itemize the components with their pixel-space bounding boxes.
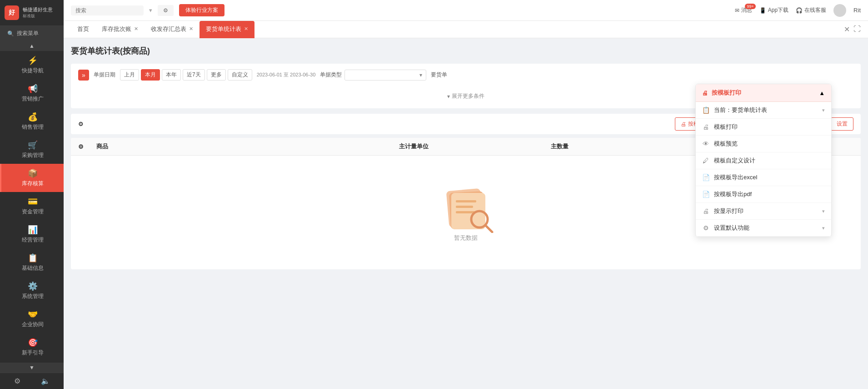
- dropdown-close-arrow[interactable]: ▲: [819, 90, 825, 96]
- template-design-icon: 🖊: [702, 157, 709, 164]
- dropdown-current-template[interactable]: 📋 当前：要货单统计表 ▾: [696, 102, 831, 119]
- sidebar-item-sales[interactable]: 💰 销售管理: [0, 107, 64, 136]
- quick-nav-label: 快捷导航: [22, 67, 44, 75]
- tab-order-summary[interactable]: 要货单统计表 ✕: [200, 21, 254, 38]
- date-btn-this-month[interactable]: 本月: [141, 69, 160, 81]
- empty-message: 暂无数据: [454, 234, 478, 242]
- basic-label: 基础信息: [22, 264, 44, 272]
- dropdown-display-print[interactable]: 🖨 按显示打印 ▾: [696, 203, 831, 220]
- tab-batch-close[interactable]: ✕: [134, 26, 138, 32]
- col-settings[interactable]: ⚙: [78, 143, 96, 150]
- online-service-label: 在线客服: [804, 6, 826, 14]
- collab-icon: 🤝: [28, 309, 38, 319]
- order-type-filter: 单据类型 ▾: [320, 70, 426, 81]
- export-excel-icon: 📄: [702, 174, 709, 181]
- sidebar-scroll-up[interactable]: ▲: [0, 41, 64, 51]
- date-btn-last-month[interactable]: 上月: [120, 69, 139, 81]
- display-print-label: 按显示打印: [714, 207, 743, 215]
- online-service-btn[interactable]: 🎧 在线客服: [796, 6, 826, 14]
- filter-expand-btn[interactable]: »: [78, 70, 89, 81]
- sidebar-item-marketing[interactable]: 📢 营销推广: [0, 79, 64, 107]
- sidebar-bottom: ⚙ 🔈: [0, 373, 64, 389]
- display-print-arrow: ▾: [822, 208, 825, 214]
- audio-btn[interactable]: 🔈: [41, 377, 50, 385]
- tab-order-label: 要货单统计表: [206, 25, 241, 33]
- trial-btn[interactable]: 体验行业方案: [179, 4, 224, 16]
- search-dropdown-arrow[interactable]: ▾: [149, 7, 152, 14]
- search-input[interactable]: [75, 7, 139, 14]
- order-type-arrow: ▾: [419, 72, 422, 78]
- dropdown-template-preview[interactable]: 👁 模板预览: [696, 136, 831, 152]
- system-label: 系统管理: [22, 293, 44, 300]
- template-design-label: 模板自定义设计: [714, 157, 755, 165]
- basic-icon: 📋: [28, 253, 38, 263]
- svg-rect-5: [456, 211, 475, 213]
- print-dropdown-icon: 🖨: [702, 90, 708, 96]
- avatar[interactable]: [833, 4, 846, 17]
- finance-icon: 💳: [28, 197, 38, 207]
- tab-collection-close[interactable]: ✕: [189, 26, 193, 32]
- dropdown-display-left: 🖨 按显示打印: [702, 207, 743, 215]
- dropdown-export-pdf[interactable]: 📄 按模板导出pdf: [696, 186, 831, 203]
- dropdown-default-func[interactable]: ⚙ 设置默认功能 ▾: [696, 220, 831, 237]
- collab-label: 企业协同: [22, 321, 44, 328]
- newbie-label: 新手引导: [22, 349, 44, 357]
- dropdown-template-design[interactable]: 🖊 模板自定义设计: [696, 152, 831, 169]
- page-content: 要货单统计表(按商品) » 单据日期 上月 本月 本年 近7天 更多 自定义 2…: [64, 38, 868, 389]
- tab-expand-btn[interactable]: ⛶: [853, 25, 861, 34]
- dropdown-header[interactable]: 🖨 按模板打印 ▲: [696, 84, 831, 102]
- app-logo: 好 畅捷通好生意 标准版: [0, 0, 64, 26]
- date-btn-7days[interactable]: 近7天: [183, 69, 205, 81]
- tab-batch-account[interactable]: 库存批次账 ✕: [95, 21, 145, 38]
- logo-icon: 好: [5, 5, 19, 20]
- sidebar-item-business[interactable]: 📊 经营管理: [0, 220, 64, 248]
- newbie-icon: 🎯: [28, 338, 38, 348]
- sidebar-item-collab[interactable]: 🤝 企业协同: [0, 305, 64, 333]
- sidebar-item-newbie[interactable]: 🎯 新手引导: [0, 333, 64, 361]
- sidebar-item-basic[interactable]: 📋 基础信息: [0, 248, 64, 277]
- inventory-label: 库存核算: [22, 180, 44, 187]
- settings-label: 设置: [837, 120, 848, 128]
- sidebar-item-inventory[interactable]: 📦 库存核算: [0, 164, 64, 192]
- purchase-label: 采购管理: [22, 152, 44, 159]
- expand-chevron-icon: ▾: [447, 93, 450, 100]
- order-type-select[interactable]: ▾: [344, 70, 426, 81]
- settings-btn[interactable]: 设置: [831, 117, 853, 131]
- date-buttons: 上月 本月 本年 近7天 更多 自定义: [120, 69, 252, 81]
- print-dropdown: 🖨 按模板打印 ▲ 📋 当前：要货单统计表 ▾ 🖨 模板打印 👁 模板预览: [695, 84, 832, 237]
- tab-collection-label: 收发存汇总表: [151, 25, 186, 33]
- sidebar-item-quick-nav[interactable]: ⚡ 快捷导航: [0, 51, 64, 79]
- app-download-btn[interactable]: 📱 App下载: [759, 6, 788, 14]
- marketing-label: 营销推广: [22, 95, 44, 103]
- sidebar-item-finance[interactable]: 💳 资金管理: [0, 192, 64, 220]
- table-settings-icon[interactable]: ⚙: [78, 121, 84, 127]
- top-bar-right: ✉ 消息 99+ 📱 App下载 🎧 在线客服 Rit: [735, 4, 861, 17]
- search-box[interactable]: [71, 5, 144, 15]
- settings-icon-btn[interactable]: ⚙: [158, 5, 174, 16]
- date-btn-custom[interactable]: 自定义: [228, 69, 252, 81]
- dropdown-header-left: 🖨 按模板打印: [702, 89, 741, 97]
- page-title: 要货单统计表(按商品): [71, 45, 861, 56]
- date-btn-more[interactable]: 更多: [207, 69, 226, 81]
- tab-close-all-btn[interactable]: ✕: [844, 25, 850, 34]
- app-version: 标准版: [23, 13, 53, 19]
- tab-order-close[interactable]: ✕: [244, 26, 248, 32]
- settings-bottom-btn[interactable]: ⚙: [14, 377, 20, 385]
- dropdown-export-excel[interactable]: 📄 按模板导出excel: [696, 169, 831, 186]
- date-btn-this-year[interactable]: 本年: [162, 69, 181, 81]
- sales-icon: 💰: [28, 112, 38, 122]
- messages-btn[interactable]: ✉ 消息 99+: [735, 6, 752, 14]
- inventory-icon: 📦: [28, 168, 38, 178]
- tab-collection-summary[interactable]: 收发存汇总表 ✕: [145, 21, 200, 38]
- sidebar-scroll-down[interactable]: ▼: [0, 363, 64, 373]
- marketing-icon: 📢: [28, 84, 38, 94]
- date-range-display: 2023-06-01 至 2023-06-30: [257, 71, 316, 78]
- top-bar: ▾ ⚙ 体验行业方案 ✉ 消息 99+ 📱 App下载 🎧 在线客服 Rit: [64, 0, 868, 21]
- sidebar-search[interactable]: 🔍 搜索菜单: [0, 26, 64, 41]
- tab-home[interactable]: 首页: [71, 21, 95, 38]
- sidebar-item-purchase[interactable]: 🛒 采购管理: [0, 136, 64, 164]
- svg-rect-4: [456, 206, 473, 208]
- dropdown-template-print[interactable]: 🖨 模板打印: [696, 119, 831, 136]
- current-template-label: 当前：要货单统计表: [714, 106, 767, 114]
- sidebar-item-system[interactable]: ⚙️ 系统管理: [0, 277, 64, 305]
